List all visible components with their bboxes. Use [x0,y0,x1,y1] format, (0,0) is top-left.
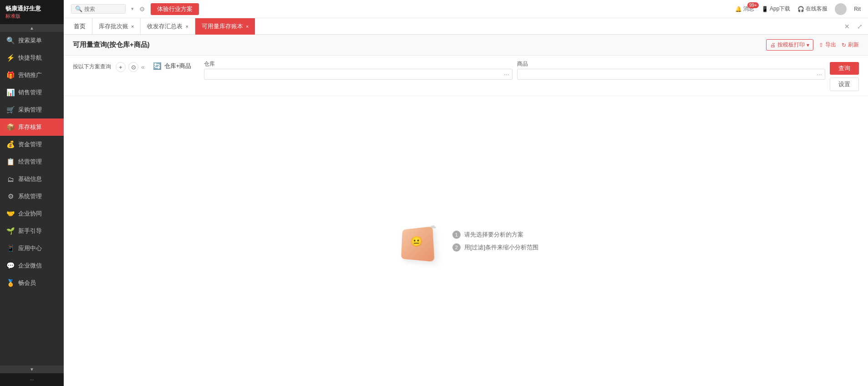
action-buttons: 查询 设置 [830,60,859,91]
settings-button[interactable]: 设置 [830,77,859,91]
shortcut-icon: ⚡ [6,54,15,62]
product-input[interactable] [520,71,815,77]
system-icon: ⚙ [6,192,15,201]
avatar[interactable] [835,3,847,15]
sidebar-item-basic[interactable]: 🗂基础信息 [0,170,64,188]
scheme-label: 仓库+商品 [164,62,192,70]
funds-icon: 💰 [6,140,15,149]
product-more-icon[interactable]: ··· [817,71,822,78]
wechat-icon: 💬 [6,262,15,270]
main-area: 🔍 ▾ ⚙ 体验行业方案 🔔 消息 99+ 📱 App下载 🎧 在线客服 Rit [64,0,868,386]
page-title: 可用量查询(按仓库+商品) [73,41,150,49]
refresh-button[interactable]: ↻ 刷新 [842,41,859,49]
tab-summary[interactable]: 收发存汇总表× [141,18,195,35]
sidebar-nav: 🔍搜索菜单⚡快捷导航🎁营销推广📊销售管理🛒采购管理📦库存核算💰资金管理📋经营管理… [0,32,64,365]
warehouse-input[interactable] [207,71,502,77]
warehouse-more-icon[interactable]: ··· [504,71,509,78]
sidebar-label-basic: 基础信息 [18,175,42,183]
tab-expand-icon[interactable]: ⤢ [855,22,864,31]
gear-icon[interactable]: ⚙ [139,5,145,13]
inventory-icon: 📦 [6,123,15,131]
sidebar-label-shortcut: 快捷导航 [18,54,42,62]
topbar-right: 🔔 消息 99+ 📱 App下载 🎧 在线客服 Rit [735,3,861,15]
sidebar-header: 畅康通好生意 标准版 [0,0,64,24]
export-button[interactable]: ⇧ 导出 [819,41,836,49]
sidebar-item-operation[interactable]: 📋经营管理 [0,153,64,170]
basic-icon: 🗂 [6,175,15,183]
marketing-icon: 🎁 [6,71,15,79]
print-chevron-icon: ▾ [807,42,809,48]
sidebar-label-marketing: 营销推广 [18,71,42,79]
sidebar-item-enterprise[interactable]: 🤝企业协同 [0,205,64,222]
trial-button[interactable]: 体验行业方案 [151,3,199,15]
topbar: 🔍 ▾ ⚙ 体验行业方案 🔔 消息 99+ 📱 App下载 🎧 在线客服 Rit [64,0,868,18]
export-icon: ⇧ [819,42,823,48]
query-button[interactable]: 查询 [830,62,859,75]
sidebar-item-purchase[interactable]: 🛒采购管理 [0,101,64,118]
tab-available[interactable]: 可用量库存账本× [195,18,255,35]
empty-tips: 1 请先选择要分析的方案 2 用[过滤]条件来缩小分析范围 [452,231,538,252]
app-download-button[interactable]: 📱 App下载 [761,5,790,13]
message-badge: 99+ [747,2,759,8]
empty-illustration: ☁ 😐 [393,218,439,264]
sidebar-item-funds[interactable]: 💰资金管理 [0,136,64,153]
sidebar-item-sales[interactable]: 📊销售管理 [0,84,64,101]
tab-label-summary: 收发存汇总表 [147,22,183,31]
brand-edition: 标准版 [5,13,58,20]
tab-close-summary[interactable]: × [185,24,188,29]
sidebar-item-member[interactable]: 🏅畅会员 [0,274,64,292]
tab-close-window-icon[interactable]: ✕ [843,22,852,31]
print-button[interactable]: 🖨 按模板打印 ▾ [766,39,813,51]
sidebar-scroll-down[interactable]: ▼ [0,365,64,373]
tab-bar: 首页库存批次账×收发存汇总表×可用量库存账本× ✕ ⤢ [64,18,868,35]
sidebar-item-appstore[interactable]: 📱应用中心 [0,240,64,257]
service-button[interactable]: 🎧 在线客服 [797,5,827,13]
sidebar-label-operation: 经营管理 [18,158,42,166]
sidebar-item-wechat[interactable]: 💬企业微信 [0,257,64,274]
product-filter-field: 商品 ··· [517,60,825,80]
enterprise-icon: 🤝 [6,210,15,218]
tab-label-available: 可用量库存账本 [202,22,243,31]
purchase-icon: 🛒 [6,106,15,114]
sidebar-item-shortcut[interactable]: ⚡快捷导航 [0,49,64,67]
tip-text-1: 请先选择要分析的方案 [464,231,523,239]
search-chevron-icon[interactable]: ▾ [131,6,134,12]
sidebar-item-newbie[interactable]: 🌱新手引导 [0,222,64,240]
tab-window-controls: ✕ ⤢ [843,22,864,31]
sidebar-item-marketing[interactable]: 🎁营销推广 [0,67,64,84]
tip-item-1: 1 请先选择要分析的方案 [452,231,538,239]
sidebar: 畅康通好生意 标准版 ▲ 🔍搜索菜单⚡快捷导航🎁营销推广📊销售管理🛒采购管理📦库… [0,0,64,386]
tab-home[interactable]: 首页 [67,18,92,35]
printer-icon: 🖨 [770,42,776,48]
scheme-icon: 🔄 [153,62,162,70]
sidebar-label-purchase: 采购管理 [18,106,42,114]
message-button[interactable]: 🔔 消息 99+ [735,5,754,13]
sidebar-item-system[interactable]: ⚙系统管理 [0,188,64,205]
tab-close-available[interactable]: × [246,24,249,29]
warehouse-input-row[interactable]: ··· [204,69,512,80]
sidebar-item-search[interactable]: 🔍搜索菜单 [0,32,64,49]
empty-box: 😐 [401,226,434,262]
sales-icon: 📊 [6,88,15,97]
sidebar-label-search: 搜索菜单 [18,36,42,45]
member-icon: 🏅 [6,279,15,287]
filter-add-button[interactable]: + [116,62,126,72]
sidebar-scroll-up[interactable]: ▲ [0,24,64,32]
search-input[interactable] [84,6,121,12]
warehouse-label: 仓库 [204,60,512,68]
refresh-icon: ↻ [842,42,846,48]
sidebar-label-wechat: 企业微信 [18,262,42,270]
filter-settings-button[interactable]: ⊙ [128,62,138,72]
topbar-search-box[interactable]: 🔍 [71,4,126,14]
filter-buttons: + ⊙ « [116,60,145,72]
filter-collapse-icon[interactable]: « [141,63,145,71]
tab-batch[interactable]: 库存批次账× [92,18,141,35]
scheme-list: 🔄 仓库+商品 [149,60,195,72]
product-input-row[interactable]: ··· [517,69,825,80]
tab-close-batch[interactable]: × [131,24,134,29]
scheme-item-warehouse-product[interactable]: 🔄 仓库+商品 [149,60,195,72]
sidebar-item-inventory[interactable]: 📦库存核算 [0,118,64,136]
phone-icon: 📱 [761,6,768,12]
sidebar-label-funds: 资金管理 [18,140,42,149]
headset-icon: 🎧 [797,6,804,12]
